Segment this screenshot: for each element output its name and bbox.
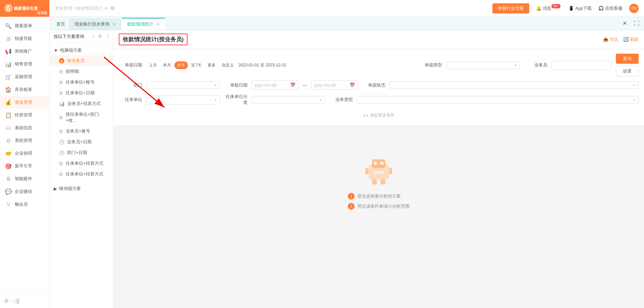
settings-icon[interactable]: ⚙ xyxy=(4,298,9,304)
page-title: 收款情况统计(按业务员) xyxy=(123,36,183,43)
tab-cash-flow-close[interactable]: ✕ xyxy=(113,22,116,27)
sidebar: ⑥ 畅捷通好生意 标准版 🔍搜索菜单⊞快捷导航📢营销推广📊销售管理🛒采购管理🏠库… xyxy=(0,0,50,308)
messages-button[interactable]: 🔔 消息 99+ xyxy=(536,5,562,11)
sidebar-item-库存核算[interactable]: 🏠库存核算 xyxy=(0,83,49,96)
collapse-scheme-icon[interactable]: 《 xyxy=(104,34,109,40)
scheme-item-dept-date[interactable]: 🕐 部门+日期 xyxy=(50,147,113,158)
review-date-to[interactable]: yyyy-mm-dd 📅 xyxy=(311,81,358,90)
calendar-icon-to[interactable]: 📅 xyxy=(350,83,355,88)
add-scheme-icon[interactable]: ＋ xyxy=(91,34,96,40)
manage-scheme-icon[interactable]: ⚙ xyxy=(98,34,102,40)
dept-select[interactable]: ▾ xyxy=(146,81,220,89)
scheme-item-salesperson-date[interactable]: 🕐 业务员+日期 xyxy=(50,137,113,147)
sidebar-item-企业协同[interactable]: 🤝企业协同 xyxy=(0,147,49,160)
tab-receipt-stats[interactable]: 收款情况统计 ✕ xyxy=(122,18,165,30)
nav-icon: 📋 xyxy=(5,112,11,118)
sidebar-item-经营管理[interactable]: 📋经营管理 xyxy=(0,109,49,121)
svg-point-2 xyxy=(374,162,377,165)
shortcut-this-month[interactable]: 本月 xyxy=(160,61,174,69)
sidebar-item-新手引导[interactable]: 🎯新手引导 xyxy=(0,160,49,172)
sidebar-item-搜索菜单[interactable]: 🔍搜索菜单 xyxy=(0,19,49,32)
scheme-item-partner-account[interactable]: ⊞ 往来单位+账号 xyxy=(50,77,113,88)
partner-more-icon[interactable]: ··· xyxy=(208,97,211,102)
nav-label: 销售管理 xyxy=(15,61,32,67)
scheme-group-pc-arrow: ▼ xyxy=(54,48,58,53)
scheme-item-partner-date[interactable]: ⊞ 往来单位+日期 xyxy=(50,88,113,98)
refresh-button[interactable]: 🔄 刷新 xyxy=(623,37,639,43)
sidebar-item-智能硬件[interactable]: 🖥智能硬件 xyxy=(0,172,49,185)
nav-icon: ⊞ xyxy=(5,36,11,42)
svg-point-3 xyxy=(380,162,384,165)
collapse-icon: ∧∧ xyxy=(363,113,369,118)
shortcut-last-month[interactable]: 上月 xyxy=(146,61,160,69)
user-avatar[interactable]: Rit xyxy=(629,4,639,13)
tab-home[interactable]: 首页 xyxy=(52,18,69,30)
tab-expand-icon[interactable]: ⛶ xyxy=(632,19,641,28)
nav-label: 企业协同 xyxy=(15,150,32,156)
trial-button[interactable]: 体验行业方案 xyxy=(492,3,529,13)
header-settings-icon[interactable]: ⚙ xyxy=(110,5,115,11)
nav-icon: 🔍 xyxy=(5,23,11,29)
tip-number-1: 1 xyxy=(348,193,355,200)
dept-label: 部门 xyxy=(119,82,142,88)
scheme-label-salesperson: 按业务员 xyxy=(67,58,85,64)
scheme-item-by-salesperson[interactable]: ● 按业务员 xyxy=(50,55,113,66)
shortcut-this-year[interactable]: 本年 xyxy=(174,61,188,69)
doc-type-select[interactable]: ▾ xyxy=(446,61,520,69)
tab-receipt-stats-label: 收款情况统计 xyxy=(127,21,153,27)
online-service-button[interactable]: 🎧 在线客服 xyxy=(598,5,623,11)
sidebar-item-营销推广[interactable]: 📢营销推广 xyxy=(0,45,49,58)
app-download-button[interactable]: 📱 App下载 xyxy=(569,5,592,11)
sidebar-item-快捷导航[interactable]: ⊞快捷导航 xyxy=(0,32,49,45)
svg-rect-7 xyxy=(372,179,377,185)
sidebar-item-基础信息[interactable]: 🗂基础信息 xyxy=(0,121,49,134)
salesperson-more-icon[interactable]: ··· xyxy=(604,63,608,68)
nav-label: 智能硬件 xyxy=(15,176,32,182)
filter-row-2: 部门 ▾ 审核日期 yyyy-mm-dd 📅 — yyyy-mm-dd xyxy=(119,81,639,90)
salesperson-select[interactable]: ··· xyxy=(551,61,612,70)
sidebar-item-畅会员[interactable]: V畅会员 xyxy=(0,198,49,211)
shortcut-custom[interactable]: 自定义 xyxy=(219,61,236,69)
nav-label: 畅会员 xyxy=(15,201,28,207)
scheme-icon-salesperson-settlement: 📊 xyxy=(59,101,65,106)
shortcut-more[interactable]: 更多 xyxy=(205,61,218,69)
page-title-box: 收款情况统计(按业务员) xyxy=(119,34,187,45)
scheme-item-salesperson-settlement[interactable]: 📊 业务员+结算方式 xyxy=(50,98,113,109)
date-range-display: 2023-01-01 至 2023-12-31 xyxy=(238,62,286,68)
collapse-button[interactable]: ∧∧ 收起更多条件 xyxy=(119,110,639,121)
scheme-label-partner-settlement2: 往来单位+结算方式 xyxy=(66,171,103,177)
scheme-group-pc-header[interactable]: ▼ 电脑端方案 xyxy=(50,45,113,55)
tab-receipt-stats-close[interactable]: ✕ xyxy=(157,22,160,27)
scheme-item-detail[interactable]: ⊞ 按明细 xyxy=(50,66,113,77)
svg-rect-6 xyxy=(389,168,392,174)
partner-select[interactable]: ··· ▾ xyxy=(146,95,220,104)
sidebar-item-系统管理[interactable]: ⚙系统管理 xyxy=(0,134,49,147)
sidebar-item-销售管理[interactable]: 📊销售管理 xyxy=(0,58,49,70)
partner-category-select[interactable]: ▾ xyxy=(252,96,325,104)
sidebar-item-企业微信[interactable]: 💬企业微信 xyxy=(0,185,49,198)
scheme-label-salesperson-date: 业务员+日期 xyxy=(67,139,92,145)
nav-label: 资金管理 xyxy=(15,99,32,105)
collapse-icon[interactable]: ◁∥ xyxy=(13,298,19,304)
header-dropdown-icon[interactable]: ▾ xyxy=(105,6,107,11)
scheme-group-mobile-header[interactable]: ▶ 移动端方案 xyxy=(50,184,113,194)
sidebar-item-资金管理[interactable]: 💰资金管理 xyxy=(0,96,49,109)
tab-cash-flow[interactable]: 现金银行流水查询 ✕ xyxy=(69,18,121,30)
calendar-icon-from[interactable]: 📅 xyxy=(290,83,296,88)
scheme-item-partner-settlement1[interactable]: ⊞ 往来单位+结算方式 xyxy=(50,158,113,169)
scheme-group-pc: ▼ 电脑端方案 ● 按业务员 ⊞ 按明细 ⊞ 往来单位+账号 xyxy=(50,43,113,182)
settings-button[interactable]: 设置 xyxy=(616,66,639,76)
query-button[interactable]: 查询 xyxy=(616,54,639,64)
collapse-label: 收起更多条件 xyxy=(370,112,394,118)
review-date-from[interactable]: yyyy-mm-dd 📅 xyxy=(252,81,299,90)
shortcut-7days[interactable]: 近7天 xyxy=(189,61,204,69)
doc-status-select[interactable]: ▾ xyxy=(389,81,639,89)
export-button[interactable]: 📤 导出 xyxy=(603,37,619,43)
biz-type-select[interactable]: ▾ xyxy=(357,96,639,104)
sidebar-item-采购管理[interactable]: 🛒采购管理 xyxy=(0,70,49,83)
scheme-item-salesperson-account[interactable]: ⊞ 业务员+账号 xyxy=(50,126,113,137)
tab-close-all-icon[interactable]: ✕ xyxy=(620,19,629,28)
scheme-group-mobile-arrow: ▶ xyxy=(54,186,57,191)
scheme-item-partner-dept[interactable]: ⊞ 按往来单位+部门+收... xyxy=(50,109,113,126)
scheme-item-partner-settlement2[interactable]: ⊞ 往来单位+结算方式 xyxy=(50,169,113,179)
